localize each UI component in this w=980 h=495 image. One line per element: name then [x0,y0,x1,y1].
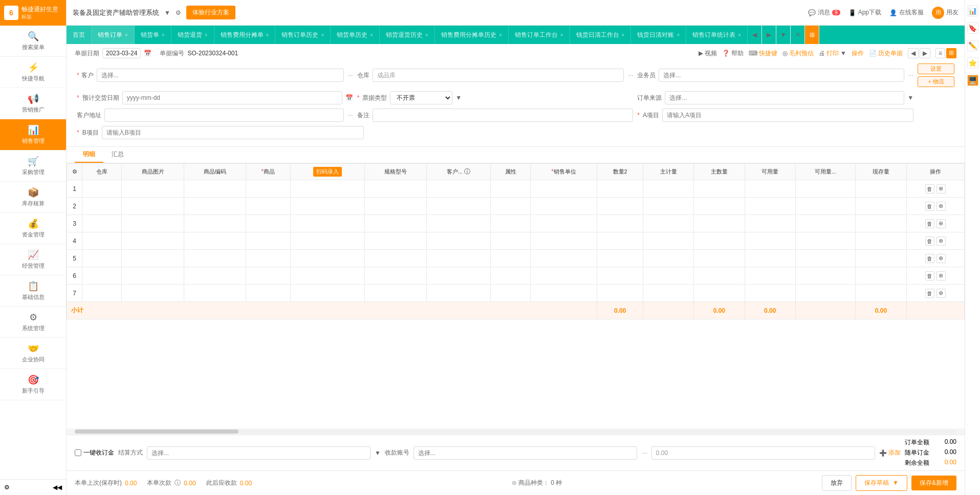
tab-close-all-btn[interactable]: ✕ [791,26,805,44]
tab-return-history[interactable]: 销货退货历史 × [380,26,435,44]
cell-product[interactable] [246,198,290,215]
delete-row-btn[interactable]: 🗑 [925,254,934,263]
cell-warehouse[interactable] [82,215,122,232]
draft-dropdown-icon[interactable]: ▼ [892,479,899,486]
cell-qty2[interactable] [597,215,643,232]
cell-attr[interactable] [491,180,530,198]
cell-product[interactable] [246,180,290,198]
cell-code[interactable] [184,267,246,285]
copy-row-btn[interactable]: ⊕ [937,289,946,298]
warehouse-more-icon[interactable]: ··· [628,72,633,79]
col-setting[interactable]: ⚙ [67,164,82,180]
copy-row-btn[interactable]: ⊕ [937,236,946,246]
sidebar-item-system[interactable]: ⚙ 系统管理 [0,307,66,338]
operation-btn[interactable]: 操作 [852,49,864,58]
tab-detail[interactable]: 明细 [75,147,103,163]
tab-next-btn[interactable]: ▶ [762,26,776,44]
draft-btn[interactable]: 保存草稿 ▼ [856,475,907,491]
cell-main-qty[interactable] [694,250,745,267]
cell-product[interactable] [246,232,290,250]
print-dropdown-icon[interactable]: ▼ [840,50,846,57]
cell-main-qty[interactable] [694,180,745,198]
tab-close-icon[interactable]: × [321,32,324,38]
cell-unit[interactable] [530,215,597,232]
copy-row-btn[interactable]: ⊕ [937,219,946,228]
copy-row-btn[interactable]: ⊕ [937,184,946,193]
cell-main-qty[interactable] [694,215,745,232]
delete-row-btn[interactable]: 🗑 [925,202,934,211]
delete-row-btn[interactable]: 🗑 [925,271,934,281]
cell-customer-code[interactable] [426,250,491,267]
scan-btn[interactable]: 扫码录入 [313,167,342,177]
cell-unit[interactable] [530,267,597,285]
tab-close-icon[interactable]: × [266,32,269,38]
addr-more-icon[interactable]: ··· [348,112,353,119]
cell-code[interactable] [184,198,246,215]
tab-close-icon[interactable]: × [205,32,208,38]
copy-row-btn[interactable]: ⊕ [937,254,946,263]
grid-view-icon[interactable]: ⊞ [946,48,956,58]
col-scan[interactable]: 扫码录入 [290,164,364,180]
cell-code[interactable] [184,215,246,232]
list-view-icon[interactable]: ≡ [935,48,945,58]
sidebar-item-sales[interactable]: 📊 销售管理 [0,119,66,150]
payment-method-input[interactable] [147,446,371,460]
cell-spec[interactable] [364,232,426,250]
cell-customer-code[interactable] [426,180,491,198]
cell-warehouse[interactable] [82,250,122,267]
account-input[interactable] [413,446,637,460]
help-btn[interactable]: ❓ 帮助 [722,49,744,58]
sidebar-item-basic[interactable]: 📋 基础信息 [0,275,66,307]
tab-close-icon[interactable]: × [162,32,165,38]
cell-qty2[interactable] [597,267,643,285]
shortcut-btn[interactable]: ⌨ 快捷键 [749,49,777,58]
invoice-select[interactable]: 不开票 增值税专用发票 增值税普通发票 [390,91,452,104]
one-click-checkbox[interactable]: 一键收订金 [75,448,114,457]
profit-btn[interactable]: ◎ 毛利预估 [782,49,814,58]
cell-warehouse[interactable] [82,285,122,302]
video-btn[interactable]: ▶ 视频 [699,49,717,58]
tab-menu-btn[interactable]: ▼ [776,26,791,44]
cell-code[interactable] [184,285,246,302]
user-avatar[interactable]: 用 用友 [932,7,959,19]
copy-row-btn[interactable]: ⊕ [937,271,946,281]
date-value[interactable]: 2023-03-24 [102,48,141,58]
cell-spec[interactable] [364,250,426,267]
delete-row-btn[interactable]: 🗑 [925,236,934,246]
tab-sales-bill[interactable]: 销货单 × [135,26,171,44]
tab-close-icon[interactable]: × [370,32,373,38]
solution-btn[interactable]: 体验行业方案 [186,6,235,19]
cell-unit[interactable] [530,232,597,250]
salesperson-input[interactable] [659,69,904,82]
cell-warehouse[interactable] [82,198,122,215]
sidebar-item-marketing[interactable]: 📢 营销推广 [0,88,66,119]
online-service-btn[interactable]: 👤 在线客服 [889,8,924,17]
horizontal-scrollbar[interactable] [75,429,956,434]
delete-row-btn[interactable]: 🗑 [925,289,934,298]
discard-btn[interactable]: 放弃 [822,475,852,491]
payment-dropdown-icon[interactable]: ▼ [375,449,381,457]
cell-spec[interactable] [364,180,426,198]
remark-input[interactable] [373,109,634,122]
tab-bill-history[interactable]: 销货单历史 × [331,26,380,44]
copy-row-btn[interactable]: ⊕ [937,202,946,211]
settings-gear-icon[interactable]: ⚙ [176,9,181,16]
message-btn[interactable]: 💬 消息 9 [808,8,840,17]
settings-icon[interactable]: ⚙ [4,484,10,491]
cell-main-qty[interactable] [694,198,745,215]
cell-main-qty[interactable] [694,285,745,302]
payment-amount-input[interactable] [651,446,875,460]
cell-attr[interactable] [491,215,530,232]
cell-warehouse[interactable] [82,232,122,250]
delivery-input[interactable] [122,91,342,104]
tab-expand-btn[interactable]: ⊞ [805,26,819,44]
tab-close-icon[interactable]: × [622,32,625,38]
cell-product[interactable] [246,267,290,285]
cell-spec[interactable] [364,285,426,302]
panel-btn-2[interactable]: 🔖 [967,23,978,34]
cell-customer-code[interactable] [426,267,491,285]
print-btn[interactable]: 🖨 打印 ▼ [819,49,846,58]
cell-qty2[interactable] [597,198,643,215]
cell-code[interactable] [184,232,246,250]
customer-more-icon[interactable]: ··· [348,72,353,79]
